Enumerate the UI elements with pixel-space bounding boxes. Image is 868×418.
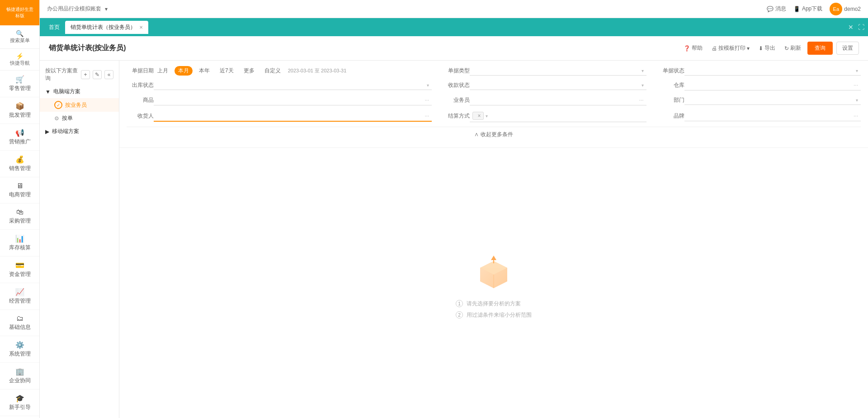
receiver-select[interactable]: ··· xyxy=(154,111,432,122)
staff-select[interactable]: ··· xyxy=(470,95,646,105)
newbie-icon: 🎓 xyxy=(2,394,38,403)
sidebar-item-appstore[interactable]: 🔲 应用中心 xyxy=(0,416,39,418)
settle-label: 结算方式 xyxy=(443,112,470,120)
export-btn[interactable]: ⬇ 导出 xyxy=(756,43,778,53)
logo-text: 畅捷通好生意 xyxy=(6,6,33,13)
user-avatar[interactable]: Ea demo2 xyxy=(830,3,861,15)
add-scheme-btn[interactable]: + xyxy=(81,70,90,79)
sidebar-item-enterprise[interactable]: 🏢 企业协同 xyxy=(0,363,39,390)
hint-num-2: 2 xyxy=(456,311,463,318)
settle-arrow-icon: ▾ xyxy=(486,114,488,119)
date-btn-custom[interactable]: 自定义 xyxy=(261,66,284,76)
help-btn[interactable]: ❓ 帮助 xyxy=(681,43,705,53)
receiver-label: 收货人 xyxy=(127,112,154,120)
date-btn-this-year[interactable]: 本年 xyxy=(195,66,213,76)
tab-sales-stat[interactable]: 销货单统计表（按业务员） ✕ xyxy=(65,21,148,34)
refresh-btn[interactable]: ↻ 刷新 xyxy=(782,43,804,53)
warehouse-select[interactable]: ··· xyxy=(684,80,861,90)
brand-dots-icon[interactable]: ··· xyxy=(854,113,858,119)
date-btn-this-month[interactable]: 本月 xyxy=(175,66,193,76)
message-btn[interactable]: 💬 消息 xyxy=(767,5,786,13)
date-btn-last-month[interactable]: 上月 xyxy=(154,66,172,76)
workspace-selector[interactable]: 办公用品行业模拟账套 ▾ xyxy=(47,5,108,13)
settle-tag-close[interactable]: × xyxy=(477,113,481,119)
brand-label: 品牌 xyxy=(657,112,684,120)
dept-label: 部门 xyxy=(657,96,684,104)
sidebar-item-basic[interactable]: 🗂 基础信息 xyxy=(0,310,39,336)
edit-scheme-btn[interactable]: ✎ xyxy=(93,70,102,79)
print-btn[interactable]: 🖨 按模板打印 ▾ xyxy=(709,43,752,53)
sidebar-shortcut[interactable]: ⚡ 快捷导航 xyxy=(0,49,39,71)
tree-item-label-staff: 按业务员 xyxy=(65,101,87,109)
receiver-dots-icon[interactable]: ··· xyxy=(425,113,429,119)
sidebar-item-operations[interactable]: 📈 经营管理 xyxy=(0,283,39,310)
tab-close-icon[interactable]: ✕ xyxy=(139,25,143,30)
left-panel-icons: + ✎ « xyxy=(81,70,113,79)
maximize-window-icon[interactable]: ⛶ xyxy=(858,24,864,31)
tree-item-by-staff[interactable]: ✓ 按业务员 xyxy=(40,98,119,112)
dept-arrow-icon: ▾ xyxy=(856,98,858,103)
goods-dots-icon[interactable]: ··· xyxy=(425,97,429,103)
settle-input-area[interactable]: × ▾ xyxy=(470,110,646,122)
collapse-panel-btn[interactable]: « xyxy=(104,70,113,79)
order-status-select[interactable]: ▾ xyxy=(684,66,861,76)
sidebar-search[interactable]: 🔍 搜索菜单 xyxy=(0,25,39,49)
date-label: 单据日期 xyxy=(127,67,154,75)
hint-text-2: 用过滤条件来缩小分析范围 xyxy=(467,311,532,319)
query-button[interactable]: 查询 xyxy=(807,42,833,55)
wholesale-icon: 📦 xyxy=(2,102,38,110)
tab-home[interactable]: 首页 xyxy=(43,21,65,34)
filter-receiver-col: 收货人 ··· xyxy=(127,111,439,122)
sidebar-item-system[interactable]: ⚙️ 系统管理 xyxy=(0,336,39,363)
data-area: 1 请先选择要分析的方案 2 用过滤条件来缩小分析范围 xyxy=(119,148,868,418)
marketing-icon: 📢 xyxy=(2,128,38,137)
sidebar-item-sales[interactable]: 💰 销售管理 xyxy=(0,151,39,177)
date-btn-more[interactable]: 更多 xyxy=(240,66,258,76)
basic-icon: 🗂 xyxy=(2,314,38,323)
app-download-btn[interactable]: 📱 App下载 xyxy=(793,5,822,13)
staff-label: 业务员 xyxy=(443,96,470,104)
export-icon: ⬇ xyxy=(759,45,763,52)
purchase-icon: 🛍 xyxy=(2,208,38,216)
close-window-icon[interactable]: ✕ xyxy=(848,24,854,31)
sidebar-item-retail[interactable]: 🛒 零售管理 xyxy=(0,71,39,97)
filter-brand-col: 品牌 ··· xyxy=(657,111,861,121)
settings-button[interactable]: 设置 xyxy=(836,42,859,55)
filter-order-status-col: 单据状态 ▾ xyxy=(657,66,861,76)
sidebar-item-ecommerce[interactable]: 🖥 电商管理 xyxy=(0,177,39,204)
goods-select[interactable]: ··· xyxy=(154,95,432,105)
filter-settle-col: 结算方式 × ▾ xyxy=(443,110,653,122)
body-area: 按以下方案查询 + ✎ « ▼ 电脑端方案 ✓ 按业务员 ⚙ xyxy=(40,61,868,418)
hint-text-1: 请先选择要分析的方案 xyxy=(467,300,521,308)
hint-num-1: 1 xyxy=(456,300,463,307)
sidebar-item-purchase[interactable]: 🛍 采购管理 xyxy=(0,204,39,230)
empty-state xyxy=(471,247,516,293)
hint-item-1: 1 请先选择要分析的方案 xyxy=(456,300,532,308)
tree-group-label: 电脑端方案 xyxy=(53,88,80,95)
tree-item-by-order[interactable]: ⚙ 按单 xyxy=(40,112,119,125)
filter-goods-col: 商品 ··· xyxy=(127,95,439,105)
warehouse-dots-icon[interactable]: ··· xyxy=(854,82,858,88)
sidebar-item-inventory[interactable]: 📊 库存核算 xyxy=(0,230,39,256)
date-btn-last-7[interactable]: 近7天 xyxy=(216,66,237,76)
svg-marker-5 xyxy=(491,256,496,260)
out-status-select[interactable]: ▾ xyxy=(154,81,432,90)
receipt-status-select[interactable]: ▾ xyxy=(470,81,646,90)
dept-select[interactable]: ▾ xyxy=(684,96,861,105)
filter-order-type-col: 单据类型 ▾ xyxy=(443,66,653,76)
order-status-arrow-icon: ▾ xyxy=(856,68,858,73)
sidebar-item-wholesale[interactable]: 📦 批发管理 xyxy=(0,97,39,124)
tree-mobile-group[interactable]: ▶ 移动端方案 xyxy=(40,125,119,138)
date-range-display: 2023-03-01 至 2023-03-31 xyxy=(288,67,347,74)
order-type-select[interactable]: ▾ xyxy=(470,66,646,76)
receipt-status-arrow-icon: ▾ xyxy=(642,83,644,88)
message-icon: 💬 xyxy=(767,6,774,12)
sidebar-item-marketing[interactable]: 📢 营销推广 xyxy=(0,124,39,151)
staff-dots-icon[interactable]: ··· xyxy=(639,97,644,103)
sidebar-item-finance[interactable]: 💳 资金管理 xyxy=(0,256,39,283)
brand-select[interactable]: ··· xyxy=(684,111,861,121)
collapse-more-btn[interactable]: ∧ 收起更多条件 xyxy=(127,127,861,142)
tree-desktop-group[interactable]: ▼ 电脑端方案 xyxy=(40,85,119,98)
enterprise-icon: 🏢 xyxy=(2,367,38,376)
sidebar-item-newbie[interactable]: 🎓 新手引导 xyxy=(0,390,39,416)
